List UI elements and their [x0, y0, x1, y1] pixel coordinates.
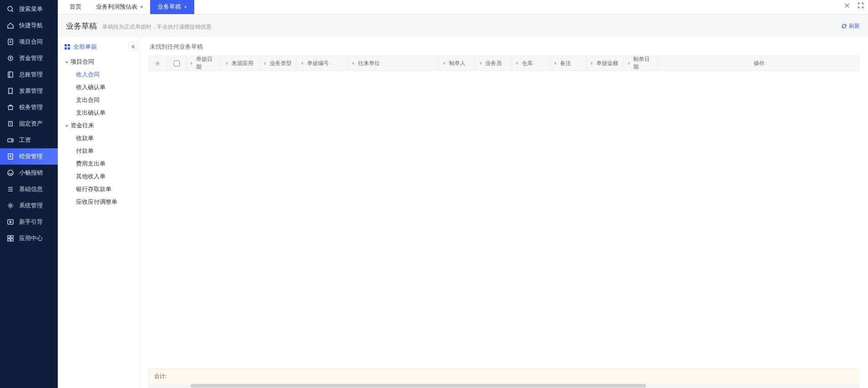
svg-point-19: [157, 62, 158, 64]
play-icon: [6, 218, 15, 226]
receipt-icon: [6, 87, 15, 95]
collapse-panel-button[interactable]: [128, 42, 137, 51]
filter-group-label: 项目合同: [71, 58, 94, 66]
page-title: 业务草稿: [66, 21, 97, 31]
filter-item-ar-ap-adjust[interactable]: 应收应付调整单: [58, 196, 139, 208]
refresh-button[interactable]: 刷新: [841, 22, 860, 30]
svg-rect-13: [8, 239, 10, 241]
sidebar-item-basic[interactable]: 基础信息: [0, 181, 58, 197]
filter-item-fee-expense[interactable]: 费用支出单: [58, 157, 139, 170]
tab-label: 业务利润预估表: [96, 3, 137, 11]
filter-item-expense-contract[interactable]: 支出合同: [58, 94, 139, 106]
filter-group-project-contract[interactable]: 项目合同: [58, 55, 139, 68]
filter-group-fund-flow[interactable]: 资金往来: [58, 119, 139, 132]
filter-all-docs[interactable]: 全部单据: [58, 43, 139, 55]
gear-icon: [155, 60, 161, 66]
sidebar-item-fixed-asset[interactable]: 固定资产: [0, 116, 58, 132]
sidebar-label: 工资: [19, 136, 31, 144]
horizontal-scrollbar[interactable]: [148, 383, 860, 388]
chevron-left-icon: [131, 44, 136, 49]
tab-label: 业务草稿: [157, 3, 181, 11]
table-header: 单据日期 来源应用 业务类型 单据编号 往来单位 制单人 业务员 仓库 备注 单…: [148, 55, 860, 71]
filter-item-other-income[interactable]: 其他收入单: [58, 170, 139, 183]
column-salesperson[interactable]: 业务员: [475, 56, 512, 71]
tab-profit[interactable]: 业务利润预估表 ×: [89, 0, 150, 14]
total-row: 合计:: [148, 369, 860, 383]
filter-item-payment[interactable]: 付款单: [58, 145, 139, 157]
sort-icon: [190, 61, 194, 65]
sidebar-label: 发票管理: [19, 87, 43, 95]
sidebar-item-salary[interactable]: 工资: [0, 132, 58, 148]
sidebar-label: 小畅报销: [19, 169, 43, 177]
empty-message: 未找到任何业务草稿: [148, 42, 860, 55]
column-doc-amount[interactable]: 单据金额: [586, 56, 624, 71]
filter-item-expense-confirm[interactable]: 支出确认单: [58, 106, 139, 119]
close-button[interactable]: [843, 2, 851, 9]
refresh-label: 刷新: [849, 22, 860, 30]
tab-label: 首页: [70, 3, 81, 11]
chevron-down-icon: [64, 123, 69, 128]
main-sidebar: 搜索菜单 快捷导航 项目合同 资金管理 总账管理 发票管理 税务管理 固定资产: [0, 0, 58, 388]
sidebar-item-guide[interactable]: 新手引导: [0, 214, 58, 230]
total-label: 合计:: [154, 373, 167, 380]
sidebar-item-search[interactable]: 搜索菜单: [0, 1, 58, 17]
sidebar-item-quicknav[interactable]: 快捷导航: [0, 17, 58, 34]
table-body: [148, 71, 860, 369]
sidebar-item-project-contract[interactable]: 项目合同: [0, 34, 58, 50]
sort-icon: [443, 61, 447, 65]
svg-rect-12: [11, 236, 13, 238]
grid-icon: [6, 234, 15, 242]
tabs-bar: 首页 业务利润预估表 × 业务草稿 ×: [58, 0, 868, 15]
sort-icon: [479, 61, 484, 65]
svg-rect-15: [65, 44, 67, 46]
sidebar-label: 经营管理: [19, 152, 43, 161]
wallet-icon: [6, 136, 15, 144]
tab-home[interactable]: 首页: [62, 0, 89, 14]
close-icon[interactable]: ×: [184, 4, 187, 10]
sidebar-item-tax[interactable]: 税务管理: [0, 99, 58, 116]
filter-item-receipt[interactable]: 收款单: [58, 132, 139, 145]
column-warehouse[interactable]: 仓库: [512, 56, 550, 71]
table-area: 未找到任何业务草稿 单据日期 来源应用 业务类型 单据编号 往来单位: [140, 37, 868, 388]
column-settings-button[interactable]: [148, 56, 168, 71]
fullscreen-button[interactable]: [857, 2, 864, 9]
column-make-date[interactable]: 制单日期: [624, 56, 658, 71]
gear-icon: [6, 202, 15, 210]
sidebar-item-invoice[interactable]: 发票管理: [0, 83, 58, 99]
svg-rect-17: [65, 47, 67, 50]
sidebar-item-fund[interactable]: 资金管理: [0, 50, 58, 66]
sidebar-item-ledger[interactable]: 总账管理: [0, 66, 58, 83]
list-icon: [6, 185, 15, 193]
sidebar-item-expense[interactable]: 小畅报销: [0, 165, 58, 181]
select-all-checkbox[interactable]: [174, 60, 180, 66]
svg-rect-11: [8, 236, 10, 238]
sort-icon: [515, 61, 520, 65]
column-doc-date[interactable]: 单据日期: [186, 56, 222, 71]
sidebar-item-appstore[interactable]: 应用中心: [0, 230, 58, 247]
column-counterparty[interactable]: 往来单位: [348, 56, 439, 71]
column-doc-no[interactable]: 单据编号: [297, 56, 348, 71]
filter-item-income-contract[interactable]: 收入合同: [58, 68, 139, 81]
column-business-type[interactable]: 业务类型: [260, 56, 297, 71]
column-source-app[interactable]: 来源应用: [222, 56, 260, 71]
column-maker[interactable]: 制单人: [439, 56, 475, 71]
expense-icon: [6, 169, 15, 177]
close-icon[interactable]: ×: [140, 4, 143, 10]
sidebar-item-operation[interactable]: 经营管理: [0, 148, 58, 165]
column-remark[interactable]: 备注: [550, 56, 586, 71]
filter-item-bank-deposit[interactable]: 银行存取款单: [58, 183, 139, 196]
page-subtitle: 草稿转为正式单据时，不会执行满赠促销优惠: [102, 23, 212, 31]
sort-icon: [627, 61, 631, 65]
sidebar-item-system[interactable]: 系统管理: [0, 197, 58, 214]
svg-point-8: [8, 170, 13, 176]
tax-icon: [6, 103, 15, 111]
refresh-icon: [841, 23, 847, 29]
svg-rect-3: [8, 72, 13, 77]
grid-icon: [64, 44, 71, 50]
sort-icon: [590, 61, 595, 65]
filter-all-label: 全部单据: [73, 43, 97, 51]
tab-draft[interactable]: 业务草稿 ×: [150, 0, 194, 14]
sort-icon: [352, 61, 356, 65]
filter-item-income-confirm[interactable]: 收入确认单: [58, 81, 139, 94]
scrollbar-thumb[interactable]: [191, 384, 646, 388]
